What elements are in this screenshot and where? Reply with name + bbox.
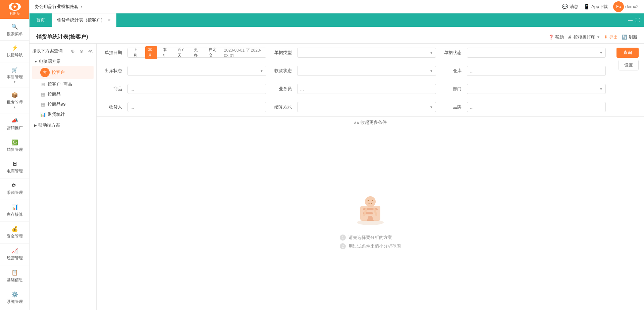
svg-point-5 xyxy=(365,196,376,207)
sidebar-item-sales[interactable]: 💹 销售管理 xyxy=(0,135,29,157)
department-input[interactable]: ▼ xyxy=(467,84,606,94)
tab-close-button[interactable]: ✕ xyxy=(108,18,111,22)
sidebar-item-search[interactable]: 🔍 搜索菜单 xyxy=(0,19,29,41)
scheme-settings-button[interactable]: ⊗ xyxy=(78,48,85,54)
settlement-input[interactable]: ▼ xyxy=(297,102,436,112)
tab-maximize-button[interactable]: ⛶ xyxy=(635,17,640,23)
warehouse-input[interactable]: ... xyxy=(467,66,606,76)
brand-input[interactable]: ... xyxy=(467,102,606,112)
tab-sales-stats[interactable]: 销货单统计表（按客户） ✕ xyxy=(52,13,116,27)
sidebar-item-inventory[interactable]: 📊 库存核算 xyxy=(0,200,29,222)
refresh-button[interactable]: 🔄 刷新 xyxy=(622,34,637,40)
page-header: 销货单统计表(按客户) ❓ 帮助 🖨 按模板打印 ▼ ⬇ 导出 🔄 刷新 xyxy=(30,27,644,44)
department-caret-icon: ▼ xyxy=(599,87,603,91)
sidebar-item-finance[interactable]: 💰 资金管理 xyxy=(0,222,29,244)
sidebar-shortcuts-label: 快捷导航 xyxy=(7,52,23,58)
recipient-input[interactable]: ... xyxy=(127,102,266,112)
wholesale-arrow-icon: ▲ xyxy=(13,105,16,109)
empty-tips: 1 请先选择要分析的方案 2 用过滤条件来缩小分析范围 xyxy=(340,235,401,249)
sidebar-item-retail[interactable]: 🛒 零售管理 ▼ xyxy=(0,62,29,88)
empty-tip-1: 1 请先选择要分析的方案 xyxy=(340,235,401,241)
product-value: ... xyxy=(130,87,134,92)
export-icon: ⬇ xyxy=(604,35,608,40)
scheme-panel: 按以下方案查询 ⊕ ⊗ ≪ ▼ 电脑端方案 客 xyxy=(30,44,97,310)
wholesale-icon: 📦 xyxy=(11,92,18,98)
industry-label: 办公用品行业模拟账套 xyxy=(35,4,78,10)
industry-selector[interactable]: 办公用品行业模拟账套 ▼ xyxy=(35,4,83,10)
filter-row-2: 出库状态 ▼ 收款状态 ▼ 仓库 xyxy=(102,66,606,76)
sidebar-item-purchase[interactable]: 🛍 采购管理 xyxy=(0,178,29,200)
empty-tip-1-text: 请先选择要分析的方案 xyxy=(348,235,392,241)
receipt-status-caret-icon: ▼ xyxy=(430,69,433,73)
collapse-row[interactable]: ∧∧ 收起更多条件 xyxy=(97,116,644,128)
print-button[interactable]: 🖨 按模板打印 ▼ xyxy=(568,34,600,40)
order-status-label: 单据状态 xyxy=(441,50,462,56)
purchase-icon: 🛍 xyxy=(12,183,17,189)
basic-icon: 📋 xyxy=(11,269,18,276)
scheme-item-return-stats[interactable]: 📊 退货统计 xyxy=(32,109,94,119)
query-button[interactable]: 查询 xyxy=(616,48,639,58)
scheme-item-label-return: 退货统计 xyxy=(48,111,65,117)
date-btn-this-month[interactable]: 本月 xyxy=(145,46,157,59)
logo-area[interactable]: 标图员 xyxy=(0,0,29,19)
order-status-input[interactable]: ▼ xyxy=(467,48,606,58)
sidebar-item-wholesale[interactable]: 📦 批发管理 ▲ xyxy=(0,88,29,113)
tab-minimize-button[interactable]: — xyxy=(628,17,633,23)
export-label: 导出 xyxy=(609,34,618,40)
scheme-group-mobile-header[interactable]: ▶ 移动端方案 xyxy=(32,121,94,130)
avatar: Ea xyxy=(613,1,624,12)
salesman-input[interactable]: ... xyxy=(297,84,436,94)
tab-home[interactable]: 首页 xyxy=(30,13,52,27)
scheme-add-button[interactable]: ⊕ xyxy=(69,48,76,54)
user-menu-button[interactable]: Ea demo2 xyxy=(613,1,639,12)
date-btn-this-year[interactable]: 本年 xyxy=(160,46,172,59)
product-input[interactable]: ... xyxy=(127,84,266,94)
main-layout: 按以下方案查询 ⊕ ⊗ ≪ ▼ 电脑端方案 客 xyxy=(30,44,644,310)
collapse-label: 收起更多条件 xyxy=(361,119,387,125)
tab-bar: 首页 销货单统计表（按客户） ✕ — ⛶ xyxy=(30,13,644,27)
sidebar-item-operation[interactable]: 📈 经营管理 xyxy=(0,244,29,265)
export-button[interactable]: ⬇ 导出 xyxy=(604,34,618,40)
empty-illustration xyxy=(350,189,390,229)
date-btn-7days[interactable]: 近7天 xyxy=(175,46,189,59)
scheme-collapse-button[interactable]: ≪ xyxy=(87,48,94,54)
main-area: 办公用品行业模拟账套 ▼ 💬 消息 📱 App下载 Ea demo2 首页 xyxy=(30,0,644,310)
scheme-panel-actions: ⊕ ⊗ ≪ xyxy=(69,48,94,54)
scheme-item-by-customer[interactable]: 客 按客户 xyxy=(32,66,94,79)
download-icon: 📱 xyxy=(584,4,590,10)
message-button[interactable]: 💬 消息 xyxy=(562,4,578,10)
setting-button[interactable]: 设置 xyxy=(619,60,639,70)
date-btn-last-month[interactable]: 上月 xyxy=(130,46,143,59)
scheme-item-by-product-99[interactable]: ▦ 按商品99 xyxy=(32,99,94,109)
scheme-item-by-product[interactable]: ▦ 按商品 xyxy=(32,89,94,99)
refresh-icon: 🔄 xyxy=(622,35,627,40)
inventory-icon: 📊 xyxy=(11,204,18,210)
receipt-status-input[interactable]: ▼ xyxy=(297,66,436,76)
sidebar-item-ecommerce[interactable]: 🖥 电商管理 xyxy=(0,157,29,178)
help-button[interactable]: ❓ 帮助 xyxy=(548,34,564,40)
action-btn-group: 查询 设置 xyxy=(611,48,639,70)
order-type-input[interactable]: ▼ xyxy=(297,48,436,58)
date-btn-more[interactable]: 更多 xyxy=(191,46,203,59)
content-area: 销货单统计表(按客户) ❓ 帮助 🖨 按模板打印 ▼ ⬇ 导出 🔄 刷新 xyxy=(30,27,644,310)
out-status-input[interactable]: ▼ xyxy=(127,66,266,76)
tab-sales-stats-label: 销货单统计表（按客户） xyxy=(57,17,105,23)
svg-point-7 xyxy=(372,200,373,201)
grid-icon: ⊞ xyxy=(40,82,46,87)
scheme-customer-circle: 客 xyxy=(40,68,50,77)
scheme-item-by-customer-product[interactable]: ⊞ 按客户+商品 xyxy=(32,79,94,89)
scheme-group-desktop-header[interactable]: ▼ 电脑端方案 xyxy=(32,57,94,66)
sidebar-item-system[interactable]: ⚙️ 系统管理 xyxy=(0,287,29,309)
shortcuts-icon: ⚡ xyxy=(11,45,18,51)
scheme-item-label-product: 按商品 xyxy=(48,91,61,97)
sidebar-item-marketing[interactable]: 📣 营销推广 xyxy=(0,113,29,135)
sidebar-item-shortcuts[interactable]: ⚡ 快捷导航 xyxy=(0,41,29,62)
date-btn-custom[interactable]: 自定义 xyxy=(206,46,221,59)
salesman-value: ... xyxy=(300,87,304,92)
sidebar-item-basic[interactable]: 📋 基础信息 xyxy=(0,265,29,287)
help-label: 帮助 xyxy=(555,34,564,40)
salesman-label: 业务员 xyxy=(272,86,292,92)
app-download-button[interactable]: 📱 App下载 xyxy=(584,4,608,10)
recipient-label: 收货人 xyxy=(102,104,122,110)
warehouse-value: ... xyxy=(470,68,474,73)
